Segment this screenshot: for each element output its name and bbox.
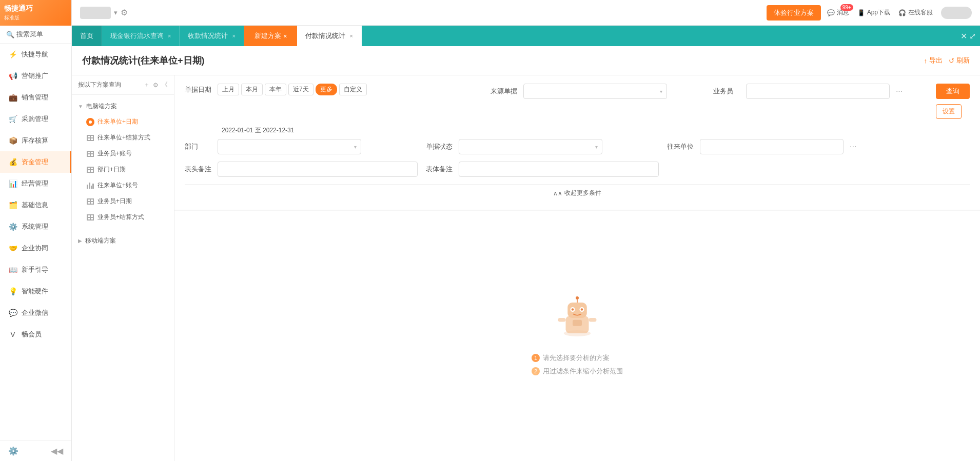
sidebar-item-wechat[interactable]: 💬 企业微信 [0,302,71,324]
tab-home[interactable]: 首页 [72,26,102,46]
sidebar-item-enterprise[interactable]: 🤝 企业协同 [0,237,71,259]
scheme-item-partner-account[interactable]: 往来单位+账号 [72,177,174,193]
source-select[interactable]: ▾ [523,84,667,99]
this-month-btn[interactable]: 本月 [241,84,263,95]
export-label: 导出 [929,56,943,65]
voucher-status-select[interactable]: ▾ [459,139,602,154]
partner-select[interactable] [700,139,844,154]
close-icon[interactable]: × [168,33,171,39]
sidebar-item-system[interactable]: ⚙️ 系统管理 [0,216,71,237]
left-panel-actions: ＋ ⚙ 《 [144,81,168,89]
export-button[interactable]: ↑ 导出 [924,56,943,65]
sidebar-item-purchase[interactable]: 🛒 采购管理 [0,108,71,130]
sidebar-settings-icon[interactable]: ⚙️ [8,446,18,456]
sidebar-search[interactable]: 🔍 搜索菜单 [0,26,71,44]
online-service-item[interactable]: 🎧 在线客服 [898,8,933,17]
staff-dots-icon[interactable]: ··· [896,87,903,96]
filter-staff: 业务员 ··· [713,84,928,99]
close-icon[interactable]: × [232,33,235,39]
sidebar-item-operation[interactable]: 📊 经营管理 [0,173,71,194]
user-dropdown-icon[interactable]: ▾ [114,9,117,16]
this-year-btn[interactable]: 本年 [265,84,286,95]
operation-icon: 📊 [8,179,17,188]
filter-row-2: 部门 ▾ 单据状态 ▾ [185,139,970,154]
body-remark-input[interactable] [459,162,659,177]
partner-dots-icon[interactable]: ··· [850,142,856,151]
refresh-button[interactable]: ↺ 刷新 [949,56,970,65]
sidebar-item-hardware[interactable]: 💡 智能硬件 [0,280,71,302]
add-scheme-icon[interactable]: ＋ [144,81,150,89]
sidebar-item-basic[interactable]: 🗂️ 基础信息 [0,194,71,216]
header-remark-label: 表头备注 [185,165,213,174]
scheme-item-staff-date[interactable]: 业务员+日期 [72,193,174,209]
tab-maximize-icon[interactable]: ⤢ [969,31,976,41]
scheme-item-partner-settle[interactable]: 往来单位+结算方式 [72,130,174,146]
sidebar-collapse-icon[interactable]: ◀◀ [51,446,63,456]
section-expand-icon: ▼ [78,104,83,109]
staff-select[interactable] [746,84,890,99]
header-remark-input[interactable] [218,162,418,177]
voucher-date-label: 单据日期 [185,85,213,94]
scheme-item-staff-account[interactable]: 业务员+账号 [72,146,174,162]
sidebar-item-sales[interactable]: 💼 销售管理 [0,87,71,108]
sidebar-footer: ⚙️ ◀◀ [0,440,71,461]
mobile-section-title[interactable]: ▶ 移动端方案 [72,233,174,248]
tab-close-all-icon[interactable]: ✕ [961,31,967,41]
topbar-user-area: ▾ ⚙ [80,7,760,19]
scheme-item-label: 往来单位+日期 [97,117,138,126]
filter-row-3: 表头备注 表体备注 [185,162,970,177]
last-month-btn[interactable]: 上月 [218,84,239,95]
empty-tip-2: 2 用过滤条件来缩小分析范围 [532,365,623,378]
app-icon: 📱 [857,9,865,16]
export-icon: ↑ [924,57,928,65]
trial-scheme-button[interactable]: 体验行业方案 [767,5,821,21]
scheme-item-label: 往来单位+账号 [97,181,138,190]
mobile-section-label: 移动端方案 [85,236,116,245]
scheme-item-staff-settle[interactable]: 业务员+结算方式 [72,209,174,225]
chevron-down-icon: ▾ [354,144,357,150]
svg-rect-9 [558,318,566,322]
sidebar-item-marketing[interactable]: 📢 营销推广 [0,65,71,87]
tip-text-2: 用过滤条件来缩小分析范围 [543,365,623,378]
scheme-item-label: 业务员+账号 [97,149,132,158]
last-7days-btn[interactable]: 近7天 [288,84,313,95]
tab-receivable[interactable]: 收款情况统计 × [180,26,244,46]
desktop-section-title[interactable]: ▼ 电脑端方案 [72,99,174,114]
topbar-user-avatar[interactable] [941,7,972,19]
scheme-item-label: 部门+日期 [97,165,126,174]
empty-tips: 1 请先选择要分析的方案 2 用过滤条件来缩小分析范围 [532,351,623,378]
scheme-item-partner-date[interactable]: 往来单位+日期 [72,114,174,130]
dept-select[interactable]: ▾ [218,139,361,154]
custom-date-btn[interactable]: 自定义 [339,84,367,95]
page-header: 付款情况统计(往来单位+日期) ↑ 导出 ↺ 刷新 [72,46,980,75]
date-range-row: 2022-01-01 至 2022-12-31 [185,126,970,139]
filter-source: 来源单据 ▾ [491,84,705,99]
refresh-label: 刷新 [956,56,970,65]
sidebar-item-label: 企业协同 [22,244,48,253]
app-download-item[interactable]: 📱 App下载 [857,8,890,17]
fund-icon: 💰 [8,157,17,167]
sidebar-item-label: 快捷导航 [22,50,48,59]
query-button[interactable]: 查询 [936,84,970,99]
sidebar-item-inventory[interactable]: 📦 库存核算 [0,130,71,151]
messages-item[interactable]: 💬 消息 99+ [827,8,849,17]
tab-new-scheme[interactable]: 新建方案 × [244,26,298,46]
close-icon[interactable]: × [283,32,287,40]
sidebar-item-fund[interactable]: 💰 资金管理 [0,151,71,173]
sidebar-item-guide[interactable]: 📖 新手引导 [0,259,71,280]
more-date-btn[interactable]: 更多 [316,84,337,95]
tab-payment-stats[interactable]: 付款情况统计 × [297,26,361,46]
collapse-bar[interactable]: ∧∧ 收起更多条件 [185,184,970,202]
scheme-settings-icon[interactable]: ⚙ [153,82,159,89]
sidebar-item-member[interactable]: V 畅会员 [0,324,71,345]
settings-button[interactable]: 设置 [936,104,962,119]
scheme-item-dept-date[interactable]: 部门+日期 [72,162,174,177]
sidebar-item-quick-nav[interactable]: ⚡ 快捷导航 [0,44,71,65]
collapse-left-panel-icon[interactable]: 《 [162,81,168,89]
close-icon[interactable]: × [349,33,352,39]
service-icon: 🎧 [898,9,906,16]
message-icon: 💬 [827,9,835,16]
tab-cash-bank[interactable]: 现金银行流水查询 × [102,26,180,46]
topbar-gear-icon[interactable]: ⚙ [121,8,128,17]
tip-number-1: 1 [532,354,540,362]
